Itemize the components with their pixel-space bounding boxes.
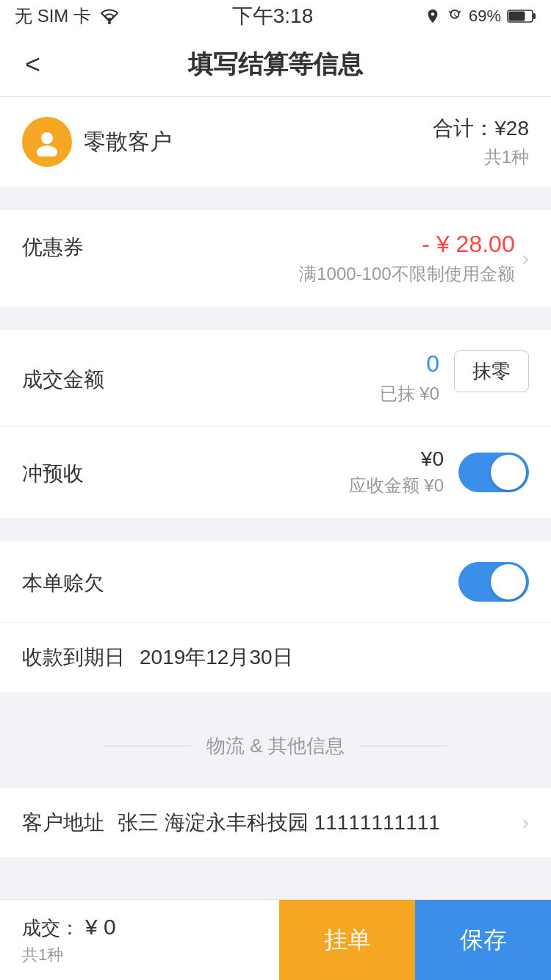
transaction-sub: 已抹 ¥0 <box>380 382 439 406</box>
customer-total: 合计：¥28 共1种 <box>433 115 529 169</box>
customer-name: 零散客户 <box>84 127 172 157</box>
transaction-row: 成交金额 0 已抹 ¥0 抹零 <box>0 330 551 426</box>
section-line-left <box>104 746 192 746</box>
logistics-label: 物流 & 其他信息 <box>206 733 345 759</box>
debt-label: 本单赊欠 <box>22 566 110 597</box>
prepay-amount: ¥0 <box>349 447 444 471</box>
status-right: 69% <box>425 7 536 26</box>
nav-bar: < 填写结算等信息 <box>0 32 551 97</box>
address-label: 客户地址 <box>22 809 110 837</box>
spacer-3 <box>0 530 551 541</box>
hang-button[interactable]: 挂单 <box>279 900 415 981</box>
transaction-value-wrap: 0 已抹 ¥0 <box>380 350 439 406</box>
chevron-right-icon: › <box>522 247 529 270</box>
address-value: 张三 海淀永丰科技园 11111111111 <box>118 809 515 837</box>
debt-row: 本单赊欠 <box>0 541 551 622</box>
transaction-section: 成交金额 0 已抹 ¥0 抹零 冲预收 ¥0 应收金额 ¥0 <box>0 330 551 518</box>
coupon-row[interactable]: 优惠券 - ¥ 28.00 满1000-100不限制使用金额 › <box>0 210 551 306</box>
spacer-1 <box>0 198 551 210</box>
logistics-header: 物流 & 其他信息 <box>0 716 551 777</box>
address-row[interactable]: 客户地址 张三 海淀永丰科技园 11111111111 › <box>0 788 551 857</box>
battery-text: 69% <box>469 7 501 26</box>
spacer-2 <box>0 318 551 330</box>
coupon-label: 优惠券 <box>22 231 110 262</box>
prepay-label: 冲预收 <box>22 457 110 488</box>
footer-amount: ¥ 0 <box>85 915 116 940</box>
debt-toggle-knob <box>491 564 526 599</box>
coupon-value: - ¥ 28.00 满1000-100不限制使用金额 <box>110 231 515 286</box>
battery-icon <box>507 8 536 24</box>
toggle-knob <box>491 455 526 490</box>
avatar <box>22 117 72 167</box>
time-display: 下午3:18 <box>232 2 314 30</box>
footer-count: 共1种 <box>22 944 257 966</box>
due-date-label: 收款到期日 <box>22 644 125 671</box>
wifi-icon <box>98 8 120 24</box>
content-area: 零散客户 合计：¥28 共1种 优惠券 - ¥ 28.00 满1000-100不… <box>0 97 551 980</box>
coupon-section: 优惠券 - ¥ 28.00 满1000-100不限制使用金额 › <box>0 210 551 306</box>
coupon-amount: - ¥ 28.00 <box>110 231 515 258</box>
footer-deal-label: 成交： <box>22 915 79 941</box>
status-left: 无 SIM 卡 <box>15 4 120 28</box>
prepay-value-wrap: ¥0 应收金额 ¥0 <box>349 447 444 497</box>
svg-point-5 <box>37 145 57 156</box>
alarm-icon <box>447 8 463 24</box>
svg-rect-3 <box>509 12 525 21</box>
total-amount: 合计：¥28 <box>433 115 529 143</box>
footer-deal-row: 成交： ¥ 0 <box>22 915 257 941</box>
section-line-right <box>359 746 447 746</box>
transaction-value: 0 <box>380 350 439 378</box>
customer-section: 零散客户 合计：¥28 共1种 <box>0 97 551 187</box>
footer-info: 成交： ¥ 0 共1种 <box>0 915 279 966</box>
svg-point-0 <box>108 21 111 24</box>
customer-left: 零散客户 <box>22 117 172 167</box>
transaction-label: 成交金额 <box>22 363 110 394</box>
svg-rect-2 <box>533 13 536 19</box>
svg-point-4 <box>41 132 53 144</box>
section-header-line: 物流 & 其他信息 <box>0 733 551 759</box>
save-button[interactable]: 保存 <box>415 900 551 981</box>
spacer-4 <box>0 704 551 716</box>
total-count: 共1种 <box>433 145 529 169</box>
debt-toggle[interactable] <box>458 562 529 602</box>
prepay-sub: 应收金额 ¥0 <box>349 474 444 497</box>
prepay-right: ¥0 应收金额 ¥0 <box>349 447 529 497</box>
transaction-right: 0 已抹 ¥0 抹零 <box>380 350 529 406</box>
round-btn[interactable]: 抹零 <box>454 350 529 392</box>
page-title: 填写结算等信息 <box>188 48 363 82</box>
customer-row: 零散客户 合计：¥28 共1种 <box>0 97 551 187</box>
location-icon <box>425 8 441 24</box>
spacer-5 <box>0 777 551 788</box>
debt-section: 本单赊欠 收款到期日 2019年12月30日 <box>0 541 551 692</box>
bottom-footer: 成交： ¥ 0 共1种 挂单 保存 <box>0 899 551 980</box>
address-chevron-icon: › <box>522 811 529 835</box>
carrier-text: 无 SIM 卡 <box>15 4 91 28</box>
prepay-toggle[interactable] <box>458 453 529 492</box>
address-section: 客户地址 张三 海淀永丰科技园 11111111111 › <box>0 788 551 857</box>
due-date-value: 2019年12月30日 <box>140 644 293 671</box>
due-date-row: 收款到期日 2019年12月30日 <box>0 622 551 692</box>
back-button[interactable]: < <box>18 42 48 87</box>
status-bar: 无 SIM 卡 下午3:18 69% <box>0 0 551 32</box>
coupon-desc: 满1000-100不限制使用金额 <box>110 262 515 286</box>
prepay-row: 冲预收 ¥0 应收金额 ¥0 <box>0 426 551 518</box>
